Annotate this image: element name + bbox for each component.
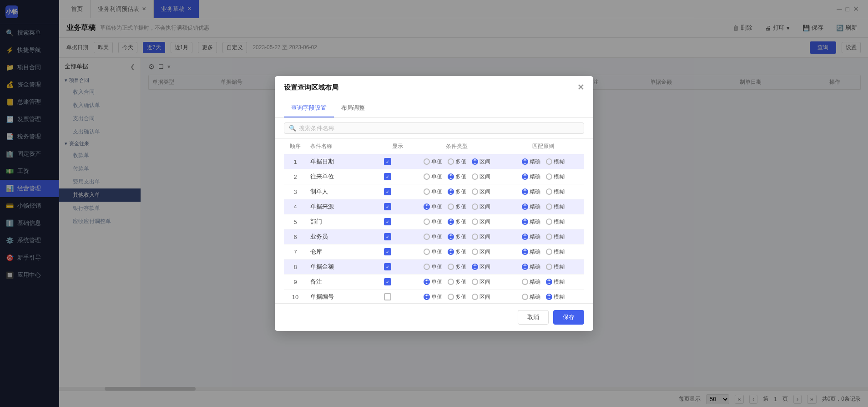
- match-precise-label: 精确: [530, 233, 540, 241]
- td-type: 单值 多值 区间: [411, 158, 502, 166]
- show-checkbox[interactable]: [384, 293, 391, 300]
- td-type: 单值 多值 区间: [411, 218, 502, 226]
- type-single-radio[interactable]: 单值: [424, 188, 442, 196]
- type-single-radio[interactable]: 单值: [424, 293, 442, 301]
- type-single-radio[interactable]: 单值: [424, 278, 442, 286]
- td-show[interactable]: ✓: [384, 248, 411, 255]
- type-range-radio[interactable]: 区间: [472, 293, 490, 301]
- type-single-radio[interactable]: 单值: [424, 203, 442, 211]
- show-checkbox[interactable]: ✓: [384, 278, 391, 285]
- match-precise-radio[interactable]: 精确: [522, 233, 540, 241]
- show-checkbox[interactable]: ✓: [384, 188, 391, 195]
- match-precise-radio[interactable]: 精确: [522, 173, 540, 181]
- match-precise-radio[interactable]: 精确: [522, 203, 540, 211]
- match-fuzzy-label: 模糊: [554, 173, 565, 181]
- type-range-label: 区间: [479, 248, 490, 256]
- match-precise-radio[interactable]: 精确: [522, 218, 540, 226]
- td-show[interactable]: ✓: [384, 203, 411, 210]
- type-multi-radio[interactable]: 多值: [448, 233, 466, 241]
- td-show[interactable]: ✓: [384, 173, 411, 180]
- match-fuzzy-radio[interactable]: 模糊: [546, 203, 565, 211]
- radio-circle: [522, 279, 528, 285]
- type-range-radio[interactable]: 区间: [472, 248, 490, 256]
- match-precise-radio[interactable]: 精确: [522, 263, 540, 271]
- match-fuzzy-radio[interactable]: 模糊: [546, 278, 565, 286]
- type-single-radio[interactable]: 单值: [424, 158, 442, 166]
- type-single-radio[interactable]: 单值: [424, 248, 442, 256]
- type-multi-radio[interactable]: 多值: [448, 263, 466, 271]
- match-precise-radio[interactable]: 精确: [522, 158, 540, 166]
- type-range-radio[interactable]: 区间: [472, 158, 490, 166]
- match-fuzzy-radio[interactable]: 模糊: [546, 188, 565, 196]
- type-single-radio[interactable]: 单值: [424, 173, 442, 181]
- match-precise-label: 精确: [530, 278, 540, 286]
- show-checkbox[interactable]: ✓: [384, 173, 391, 180]
- match-precise-radio[interactable]: 精确: [522, 248, 540, 256]
- radio-circle: [448, 158, 454, 165]
- show-checkbox[interactable]: ✓: [384, 203, 391, 210]
- modal-overlay[interactable]: 设置查询区域布局 ✕ 查询字段设置 布局调整 🔍 顺序 条件名称 显示 条件类型…: [0, 0, 868, 407]
- radio-circle: [448, 173, 454, 180]
- type-multi-radio[interactable]: 多值: [448, 218, 466, 226]
- match-fuzzy-radio[interactable]: 模糊: [546, 293, 565, 301]
- type-range-radio[interactable]: 区间: [472, 218, 490, 226]
- type-range-radio[interactable]: 区间: [472, 173, 490, 181]
- match-fuzzy-radio[interactable]: 模糊: [546, 263, 565, 271]
- match-precise-radio[interactable]: 精确: [522, 188, 540, 196]
- td-show[interactable]: ✓: [384, 233, 411, 240]
- type-range-radio[interactable]: 区间: [472, 278, 490, 286]
- match-fuzzy-radio[interactable]: 模糊: [546, 158, 565, 166]
- show-checkbox[interactable]: ✓: [384, 158, 391, 165]
- save-button[interactable]: 保存: [553, 310, 584, 325]
- modal-tab-query-fields[interactable]: 查询字段设置: [284, 99, 334, 117]
- match-fuzzy-label: 模糊: [554, 263, 565, 271]
- radio-circle: [522, 219, 528, 225]
- td-match: 精确 模糊: [502, 293, 584, 301]
- td-name: 制单人: [307, 188, 384, 196]
- match-precise-radio[interactable]: 精确: [522, 293, 540, 301]
- match-precise-radio[interactable]: 精确: [522, 278, 540, 286]
- type-multi-label: 多值: [455, 203, 466, 211]
- match-fuzzy-label: 模糊: [554, 218, 565, 226]
- match-fuzzy-radio[interactable]: 模糊: [546, 173, 565, 181]
- cancel-button[interactable]: 取消: [518, 310, 549, 325]
- match-fuzzy-radio[interactable]: 模糊: [546, 248, 565, 256]
- td-show[interactable]: ✓: [384, 263, 411, 270]
- type-range-radio[interactable]: 区间: [472, 263, 490, 271]
- show-checkbox[interactable]: ✓: [384, 248, 391, 255]
- match-fuzzy-radio[interactable]: 模糊: [546, 218, 565, 226]
- type-single-radio[interactable]: 单值: [424, 218, 442, 226]
- show-checkbox[interactable]: ✓: [384, 233, 391, 240]
- match-fuzzy-radio[interactable]: 模糊: [546, 233, 565, 241]
- type-multi-label: 多值: [455, 233, 466, 241]
- type-multi-radio[interactable]: 多值: [448, 203, 466, 211]
- show-checkbox[interactable]: ✓: [384, 218, 391, 225]
- type-multi-radio[interactable]: 多值: [448, 188, 466, 196]
- td-show[interactable]: ✓: [384, 158, 411, 165]
- type-multi-label: 多值: [455, 218, 466, 226]
- modal-tab-layout[interactable]: 布局调整: [334, 99, 372, 117]
- td-show[interactable]: ✓: [384, 218, 411, 225]
- type-multi-radio[interactable]: 多值: [448, 173, 466, 181]
- td-order: 5: [284, 219, 307, 225]
- modal-close-btn[interactable]: ✕: [577, 82, 584, 92]
- type-single-radio[interactable]: 单值: [424, 233, 442, 241]
- modal-table-row: 4 单据来源 ✓ 单值 多值 区间 精确: [284, 199, 584, 214]
- td-show[interactable]: ✓: [384, 188, 411, 195]
- type-multi-label: 多值: [455, 158, 466, 166]
- modal-search-input[interactable]: [299, 125, 390, 132]
- td-show[interactable]: ✓: [384, 278, 411, 285]
- type-single-radio[interactable]: 单值: [424, 263, 442, 271]
- type-range-radio[interactable]: 区间: [472, 203, 490, 211]
- type-single-label: 单值: [431, 218, 442, 226]
- show-checkbox[interactable]: ✓: [384, 263, 391, 270]
- type-multi-radio[interactable]: 多值: [448, 248, 466, 256]
- type-multi-radio[interactable]: 多值: [448, 158, 466, 166]
- td-show[interactable]: [384, 293, 411, 300]
- th-show: 显示: [384, 142, 411, 150]
- radio-circle: [546, 264, 552, 270]
- type-multi-radio[interactable]: 多值: [448, 293, 466, 301]
- type-range-radio[interactable]: 区间: [472, 233, 490, 241]
- type-multi-radio[interactable]: 多值: [448, 278, 466, 286]
- type-range-radio[interactable]: 区间: [472, 188, 490, 196]
